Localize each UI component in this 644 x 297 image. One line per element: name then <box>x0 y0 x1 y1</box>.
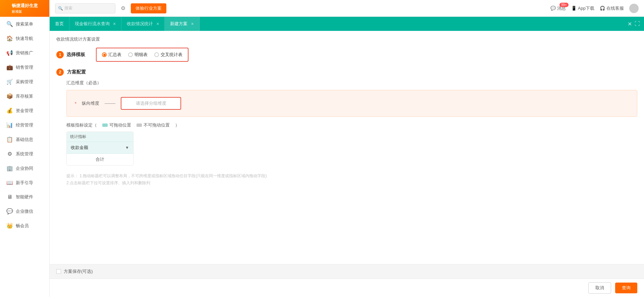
sidebar-item-畅会员[interactable]: 👑畅会员 <box>0 218 49 233</box>
stats-col-label: 收款金额 <box>71 145 88 151</box>
config-section: 汇总维度（必选） * 纵向维度 —— 请选择分组维度 模板指标设定（ <box>66 80 637 186</box>
app-icon: 📱 <box>571 6 577 11</box>
tab-close-1[interactable]: × <box>113 21 116 27</box>
sidebar-item-新手引导[interactable]: 📖新手引导 <box>0 176 49 190</box>
sidebar-label-11: 新手引导 <box>16 180 33 186</box>
non-draggable-label: 不可拖动位置 <box>144 122 170 128</box>
query-button[interactable]: 查询 <box>615 283 637 293</box>
sidebar-label-5: 库存核算 <box>16 93 33 99</box>
online-service-label: 在线客服 <box>606 5 624 11</box>
save-label: 方案保存(可选) <box>64 268 93 275</box>
stats-section-header: 统计指标 <box>67 132 133 142</box>
message-icon: 💬 <box>550 6 556 11</box>
step2-header: 2 方案配置 <box>56 68 637 76</box>
dimension-title: 汇总维度（必选） <box>66 80 101 85</box>
sidebar-label-12: 智能硬件 <box>16 194 33 200</box>
hints-section: 提示： 1.拖动标题栏可以调整布局，不可跨维度或指标区域拖动任目字段(只能在同一… <box>66 173 637 186</box>
user-avatar[interactable] <box>629 4 639 13</box>
app-download-action[interactable]: 📱 App下载 <box>571 5 594 11</box>
sidebar-item-资金管理[interactable]: 💰资金管理 <box>0 103 49 118</box>
tab-label-3: 新建方案 <box>170 21 187 27</box>
sidebar-item-搜索菜单[interactable]: 🔍搜索菜单 <box>0 17 49 31</box>
dimension-area: * 纵向维度 —— 请选择分组维度 <box>66 90 637 117</box>
trial-button[interactable]: 体验行业方案 <box>131 3 166 13</box>
search-bar[interactable]: 🔍 搜索 <box>55 3 115 13</box>
tab-bar: 首页现金银行流水查询×收款情况统计×新建方案× ✕ ⛶ <box>50 17 644 31</box>
sidebar-icon-4: 🛒 <box>6 79 13 85</box>
main-area: 🔍 搜索 ⚙ 体验行业方案 💬 消息 99+ 📱 App下载 🎧 在线客服 <box>50 0 644 297</box>
dimension-selector[interactable]: 请选择分组维度 <box>121 97 181 110</box>
sidebar-item-经营管理[interactable]: 📊经营管理 <box>0 118 49 132</box>
sidebar-item-采购管理[interactable]: 🛒采购管理 <box>0 75 49 89</box>
sidebar-icon-11: 📖 <box>6 180 13 186</box>
radio-label-0: 汇总表 <box>108 52 121 58</box>
sidebar-icon-10: 🏢 <box>6 165 13 171</box>
radio-circle-0 <box>102 52 107 57</box>
step2-section: 2 方案配置 汇总维度（必选） * 纵向维度 —— 请选择分组维度 <box>56 68 637 186</box>
bottom-bar: 取消 查询 <box>50 279 644 297</box>
header-right: 💬 消息 99+ 📱 App下载 🎧 在线客服 <box>550 4 639 13</box>
maximize-icon[interactable]: ⛶ <box>635 21 640 27</box>
non-draggable-legend: 不可拖动位置 <box>137 122 170 128</box>
indicator-title-text: 模板指标设定（ <box>66 122 97 128</box>
draggable-legend: 可拖动位置 <box>102 122 131 128</box>
sidebar-label-10: 企业协同 <box>16 165 33 171</box>
sidebar-item-销售管理[interactable]: 💼销售管理 <box>0 60 49 75</box>
sidebar-label-0: 搜索菜单 <box>16 21 33 27</box>
indicator-title-row: 模板指标设定（ 可拖动位置 不可拖动位置 ） <box>66 122 637 128</box>
tab-item-3[interactable]: 新建方案× <box>165 17 199 31</box>
sidebar-item-基础信息[interactable]: 📋基础信息 <box>0 132 49 147</box>
page-title: 收款情况统计方案设置 <box>56 36 637 42</box>
sidebar-item-企业微信[interactable]: 💬企业微信 <box>0 204 49 218</box>
radio-circle-2 <box>154 52 159 57</box>
template-option-1[interactable]: 明细表 <box>128 52 148 58</box>
sidebar-icon-12: 🖥 <box>6 194 13 200</box>
stats-dropdown-icon[interactable]: ▼ <box>125 145 129 150</box>
sidebar-logo-tag: 标准版 <box>12 9 38 14</box>
radio-circle-1 <box>128 52 133 57</box>
message-action[interactable]: 💬 消息 99+ <box>550 5 566 11</box>
save-checkbox[interactable] <box>56 269 61 274</box>
stats-total-cell: 合计 <box>67 154 133 165</box>
sidebar-label-4: 采购管理 <box>16 79 33 85</box>
sidebar-item-营销推广[interactable]: 📢营销推广 <box>0 46 49 60</box>
settings-icon[interactable]: ⚙ <box>118 3 128 13</box>
tab-item-0[interactable]: 首页 <box>50 17 69 31</box>
close-window-icon[interactable]: ✕ <box>628 21 632 27</box>
online-service-action[interactable]: 🎧 在线客服 <box>600 5 624 11</box>
vertical-label: 纵向维度 <box>82 100 99 106</box>
sidebar-icon-6: 💰 <box>6 107 13 114</box>
required-mark: * <box>75 101 76 106</box>
step1-header: 1 选择模板 <box>56 51 85 58</box>
indicator-close: ） <box>175 122 179 128</box>
tab-label-0: 首页 <box>55 21 64 27</box>
sidebar-icon-8: 📋 <box>6 136 13 143</box>
search-placeholder: 搜索 <box>64 5 72 11</box>
tab-close-3[interactable]: × <box>191 21 194 27</box>
header-left: 🔍 搜索 ⚙ 体验行业方案 <box>55 3 166 13</box>
template-option-2[interactable]: 交叉统计表 <box>154 52 182 58</box>
step2-label: 方案配置 <box>67 69 86 75</box>
tab-item-2[interactable]: 收款情况统计× <box>121 17 165 31</box>
cancel-button[interactable]: 取消 <box>588 282 611 294</box>
sidebar-icon-5: 📦 <box>6 93 13 99</box>
tab-bar-actions: ✕ ⛶ <box>624 17 644 31</box>
sidebar-item-库存核算[interactable]: 📦库存核算 <box>0 89 49 103</box>
template-option-0[interactable]: 汇总表 <box>102 52 121 58</box>
top-header: 🔍 搜索 ⚙ 体验行业方案 💬 消息 99+ 📱 App下载 🎧 在线客服 <box>50 0 644 17</box>
sidebar-item-快速导航[interactable]: 🏠快速导航 <box>0 31 49 46</box>
step1-number: 1 <box>56 51 64 58</box>
stats-table: 统计指标 收款金额 ▼ 合计 <box>66 132 133 165</box>
sidebar-label-8: 基础信息 <box>16 137 33 143</box>
sidebar-icon-14: 👑 <box>6 222 13 229</box>
sidebar-item-企业协同[interactable]: 🏢企业协同 <box>0 161 49 176</box>
tab-close-2[interactable]: × <box>156 21 159 27</box>
tab-item-1[interactable]: 现金银行流水查询× <box>69 17 121 31</box>
sidebar-logo: 畅捷通好生意 标准版 <box>0 0 49 17</box>
sidebar-icon-2: 📢 <box>6 50 13 56</box>
sidebar-icon-0: 🔍 <box>6 21 13 27</box>
tab-label-1: 现金银行流水查询 <box>75 21 110 27</box>
sidebar-item-智能硬件[interactable]: 🖥智能硬件 <box>0 190 49 204</box>
sidebar-label-13: 企业微信 <box>16 208 33 214</box>
sidebar-item-系统管理[interactable]: ⚙系统管理 <box>0 147 49 161</box>
